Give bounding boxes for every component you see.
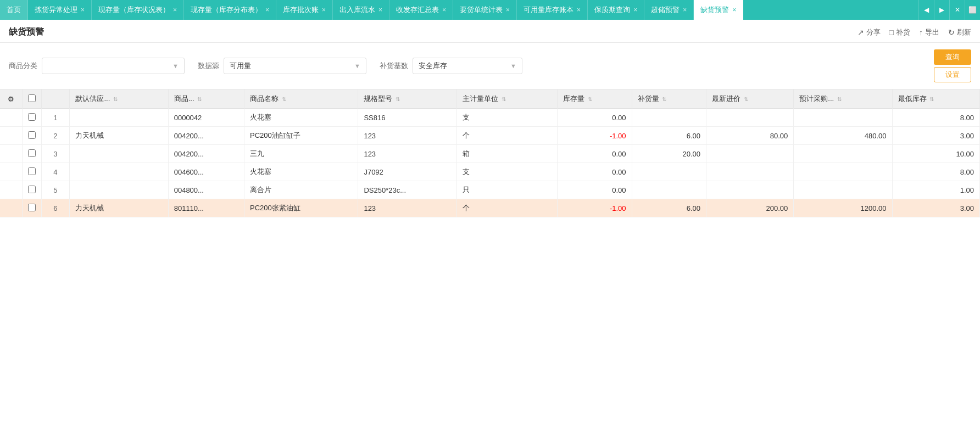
row-unit: 个 [456, 199, 557, 217]
row-spec: 123 [358, 145, 457, 163]
tab-home[interactable]: 首页 [0, 0, 28, 20]
close-icon[interactable]: × [683, 6, 687, 14]
page-title: 缺货预警 [9, 26, 44, 38]
share-icon: ↗ [858, 28, 864, 37]
column-stock[interactable]: 库存量 ⇅ [558, 89, 632, 109]
replenish-icon: □ [889, 28, 894, 37]
tab-order-stats[interactable]: 要货单统计表 × [453, 0, 517, 20]
filter-area: 商品分类 ▼ 数据源 可用量 ▼ 补货基数 安全库存 ▼ 查询 设置 [0, 43, 980, 89]
close-icon[interactable]: × [173, 6, 177, 14]
sort-icon: ⇅ [744, 96, 748, 102]
chevron-down-icon: ▼ [172, 63, 179, 69]
tab-stock-status[interactable]: 现存量（库存状况表） × [92, 0, 184, 20]
row-product-name: 火花塞 [244, 109, 358, 127]
row-supplier [70, 163, 168, 181]
tab-stock-distribution[interactable]: 现存量（库存分布表） × [184, 0, 276, 20]
row-product-name: 三九 [244, 145, 358, 163]
row-checkbox-cell[interactable] [22, 199, 41, 217]
row-est-purchase: 480.00 [794, 127, 892, 145]
replenish-select[interactable]: 安全库存 ▼ [413, 58, 522, 74]
row-checkbox-cell[interactable] [22, 127, 41, 145]
tab-inout-flow[interactable]: 出入库流水 × [333, 0, 389, 20]
row-checkbox[interactable] [28, 204, 36, 211]
row-latest-price [706, 163, 793, 181]
tab-close-all-button[interactable]: ✕ [949, 0, 965, 20]
query-button[interactable]: 查询 [934, 49, 971, 65]
select-all-checkbox[interactable] [28, 94, 36, 102]
row-supplier [70, 145, 168, 163]
row-replenish-qty [632, 163, 706, 181]
column-product-code[interactable]: 商品... ⇅ [168, 89, 244, 109]
tab-nav-buttons: ◀ ▶ ✕ ⬜ [918, 0, 980, 20]
column-latest-price[interactable]: 最新进价 ⇅ [706, 89, 793, 109]
row-seq: 3 [41, 145, 70, 163]
row-unit: 支 [456, 163, 557, 181]
share-button[interactable]: ↗ 分享 [858, 27, 881, 37]
data-table: ⚙ 默认供应... ⇅ 商品... ⇅ 商品名称 [0, 89, 980, 217]
row-checkbox[interactable] [28, 131, 36, 139]
table-body: 1 0000042 火花塞 SS816 支 0.00 8.00 2 力天机械 0… [0, 109, 980, 217]
tab-next-button[interactable]: ▶ [934, 0, 949, 20]
export-button[interactable]: ↑ 导出 [919, 27, 939, 37]
column-spec[interactable]: 规格型号 ⇅ [358, 89, 457, 109]
tab-overstock-warning[interactable]: 超储预警 × [644, 0, 694, 20]
close-icon[interactable]: × [442, 6, 446, 14]
close-icon[interactable]: × [732, 6, 736, 14]
table-container: ⚙ 默认供应... ⇅ 商品... ⇅ 商品名称 [0, 89, 980, 217]
row-replenish-qty [632, 181, 706, 199]
row-checkbox[interactable] [28, 149, 36, 157]
column-min-stock[interactable]: 最低库存 ⇅ [892, 89, 979, 109]
tab-prev-button[interactable]: ◀ [918, 0, 934, 20]
row-min-stock: 10.00 [892, 145, 979, 163]
row-gear [0, 163, 22, 181]
tab-maximize-button[interactable]: ⬜ [965, 0, 980, 20]
replenish-button[interactable]: □ 补货 [889, 27, 910, 37]
row-min-stock: 8.00 [892, 109, 979, 127]
close-icon[interactable]: × [633, 6, 637, 14]
tab-batch-account[interactable]: 库存批次账 × [276, 0, 333, 20]
sort-icon: ⇅ [929, 96, 934, 102]
row-gear [0, 145, 22, 163]
tab-shortage-warning[interactable]: 缺货预警 × [694, 0, 743, 20]
table-row: 6 力天机械 801110... PC200张紧油缸 123 个 -1.00 6… [0, 199, 980, 217]
row-checkbox[interactable] [28, 186, 36, 193]
row-est-purchase [794, 181, 892, 199]
row-supplier: 力天机械 [70, 199, 168, 217]
table-row: 3 004200... 三九 123 箱 0.00 20.00 10.00 [0, 145, 980, 163]
sort-icon: ⇅ [113, 96, 118, 102]
column-default-supplier[interactable]: 默认供应... ⇅ [70, 89, 168, 109]
close-icon[interactable]: × [265, 6, 269, 14]
column-unit[interactable]: 主计量单位 ⇅ [456, 89, 557, 109]
tab-expiry-query[interactable]: 保质期查询 × [588, 0, 644, 20]
close-icon[interactable]: × [81, 6, 85, 14]
tab-available-stock[interactable]: 可用量库存账本 × [517, 0, 588, 20]
row-checkbox-cell[interactable] [22, 181, 41, 199]
row-supplier: 力天机械 [70, 127, 168, 145]
settings-button[interactable]: 设置 [934, 67, 971, 82]
column-checkbox[interactable] [22, 89, 41, 109]
row-checkbox-cell[interactable] [22, 145, 41, 163]
close-icon[interactable]: × [378, 6, 382, 14]
row-checkbox-cell[interactable] [22, 109, 41, 127]
close-icon[interactable]: × [322, 6, 326, 14]
row-checkbox[interactable] [28, 113, 36, 121]
close-icon[interactable]: × [506, 6, 510, 14]
column-product-name[interactable]: 商品名称 ⇅ [244, 89, 358, 109]
page-content: 缺货预警 ↗ 分享 □ 补货 ↑ 导出 ↻ 刷新 商品分类 [0, 20, 980, 437]
row-checkbox-cell[interactable] [22, 163, 41, 181]
column-gear[interactable]: ⚙ [0, 89, 22, 109]
row-stock: -1.00 [558, 199, 632, 217]
row-est-purchase [794, 109, 892, 127]
column-est-purchase[interactable]: 预计采购... ⇅ [794, 89, 892, 109]
column-replenish-qty[interactable]: 补货量 ⇅ [632, 89, 706, 109]
row-stock: 0.00 [558, 145, 632, 163]
row-checkbox[interactable] [28, 167, 36, 175]
tab-receive-summary[interactable]: 收发存汇总表 × [389, 0, 453, 20]
sort-icon: ⇅ [837, 96, 842, 102]
category-select[interactable]: ▼ [42, 58, 185, 74]
sort-icon: ⇅ [502, 96, 506, 102]
tab-picking-exception[interactable]: 拣货异常处理 × [28, 0, 92, 20]
close-icon[interactable]: × [577, 6, 581, 14]
refresh-button[interactable]: ↻ 刷新 [948, 27, 971, 37]
datasource-select[interactable]: 可用量 ▼ [224, 58, 366, 74]
